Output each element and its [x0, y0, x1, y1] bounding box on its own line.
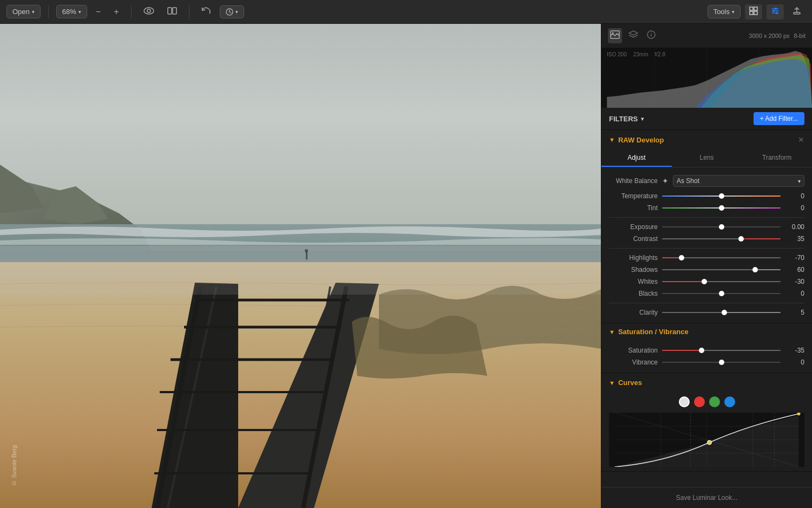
blacks-slider[interactable]	[662, 293, 781, 294]
vibrance-slider[interactable]	[662, 362, 781, 363]
compare-button[interactable]	[163, 5, 181, 19]
exposure-slider-wrap	[662, 223, 781, 231]
undo-button[interactable]	[197, 4, 215, 19]
layers-button[interactable]	[626, 28, 640, 43]
open-button[interactable]: Open ▾	[6, 5, 41, 18]
shadows-slider[interactable]	[662, 269, 781, 270]
iso-label: ISO 200	[607, 51, 627, 57]
svg-rect-7	[750, 11, 753, 15]
shadows-slider-wrap	[662, 266, 781, 273]
curves-section: ▼ Curves	[601, 373, 812, 472]
panel-top-bar: 3000 x 2000 px 8-bit	[601, 24, 812, 48]
wb-picker-icon[interactable]: ✦	[662, 177, 669, 185]
grid-view-button[interactable]	[745, 4, 762, 19]
save-luminar-look-button[interactable]: Save Luminar Look...	[609, 492, 804, 504]
sat-vib-title: Saturation / Vibrance	[618, 328, 689, 336]
tint-slider[interactable]	[662, 207, 781, 209]
temperature-slider-wrap	[662, 192, 781, 200]
saturation-vibrance-section: ▼ Saturation / Vibrance Saturation -35 V	[601, 323, 812, 373]
vibrance-slider-wrap	[662, 359, 781, 366]
svg-rect-5	[750, 7, 753, 10]
raw-develop-header[interactable]: ▼ RAW Develop ✕	[601, 130, 812, 149]
preview-eye-button[interactable]	[139, 5, 159, 19]
saturation-vibrance-header[interactable]: ▼ Saturation / Vibrance	[601, 323, 812, 340]
whites-slider-wrap	[662, 278, 781, 285]
image-view-button[interactable]	[608, 28, 622, 43]
tab-lens[interactable]: Lens	[672, 149, 742, 167]
clarity-slider[interactable]	[662, 312, 781, 313]
svg-point-59	[708, 440, 712, 445]
history-dropdown: ▾	[235, 9, 238, 15]
raw-develop-title: RAW Develop	[618, 136, 664, 144]
divider-2	[131, 5, 132, 18]
curve-blue-channel[interactable]	[724, 396, 735, 407]
highlights-slider[interactable]	[662, 257, 781, 258]
whites-slider[interactable]	[662, 281, 781, 282]
clarity-slider-wrap	[662, 309, 781, 316]
raw-develop-close-button[interactable]: ✕	[798, 135, 804, 144]
layers-icon	[628, 30, 638, 39]
add-filter-button[interactable]: + Add Filter...	[754, 112, 804, 125]
history-button[interactable]: ▾	[220, 5, 244, 18]
main-area: © Svante Berg	[0, 24, 812, 508]
temperature-slider[interactable]	[662, 196, 781, 197]
curve-green-channel[interactable]	[709, 396, 720, 407]
curves-graph[interactable]	[609, 413, 804, 467]
highlights-slider-wrap	[662, 254, 781, 262]
watermark: © Svante Berg	[11, 445, 17, 486]
blacks-row: Blacks 0	[609, 288, 804, 299]
panel-scroll[interactable]: ▼ RAW Develop ✕ Adjust Lens Transform Wh…	[601, 130, 812, 487]
curves-controls	[601, 392, 812, 471]
curves-header[interactable]: ▼ Curves	[601, 373, 812, 392]
curve-red-channel[interactable]	[694, 396, 705, 407]
contrast-slider[interactable]	[662, 238, 781, 239]
raw-develop-section: ▼ RAW Develop ✕ Adjust Lens Transform Wh…	[601, 130, 812, 323]
saturation-slider-wrap	[662, 347, 781, 354]
shadows-value: 60	[785, 266, 804, 273]
compare-icon	[167, 7, 177, 15]
curves-channels	[609, 396, 804, 407]
exposure-slider[interactable]	[662, 226, 781, 227]
wb-select-dropdown[interactable]: As Shot ▾	[673, 175, 804, 187]
tab-adjust[interactable]: Adjust	[601, 149, 672, 167]
highlights-value: -70	[785, 254, 804, 262]
open-label: Open	[12, 8, 30, 16]
svg-point-0	[144, 8, 154, 14]
contrast-label: Contrast	[609, 235, 658, 243]
svg-rect-6	[754, 7, 757, 10]
svg-point-1	[147, 9, 150, 12]
svg-rect-2	[168, 8, 172, 14]
clarity-label: Clarity	[609, 309, 658, 316]
divider-1	[48, 5, 49, 18]
highlights-label: Highlights	[609, 254, 658, 262]
whites-value: -30	[785, 278, 804, 285]
blacks-slider-wrap	[662, 290, 781, 297]
raw-develop-chevron: ▼	[609, 136, 615, 143]
zoom-selector[interactable]: 68% ▾	[56, 5, 87, 18]
tools-button[interactable]: Tools ▾	[708, 5, 741, 18]
curves-chevron: ▼	[609, 380, 615, 386]
zoom-dropdown-arrow: ▾	[78, 9, 81, 15]
svg-point-12	[775, 8, 777, 10]
tab-transform[interactable]: Transform	[742, 149, 812, 167]
tools-dropdown: ▾	[732, 9, 735, 15]
info-button[interactable]	[645, 28, 658, 43]
zoom-in-button[interactable]: +	[109, 5, 123, 19]
contrast-slider-wrap	[662, 235, 781, 243]
saturation-slider[interactable]	[662, 350, 781, 351]
svg-rect-3	[173, 8, 176, 14]
divider-3	[189, 5, 189, 18]
tools-label: Tools	[713, 8, 730, 16]
svg-rect-38	[0, 24, 601, 295]
filters-header: FILTERS ▾ + Add Filter...	[601, 108, 812, 130]
sliders-icon	[771, 6, 780, 15]
saturation-row: Saturation -35	[609, 344, 804, 356]
zoom-out-button[interactable]: −	[91, 5, 105, 19]
curve-white-channel[interactable]	[679, 396, 690, 407]
exposure-value: 0.00	[785, 223, 804, 231]
sliders-view-button[interactable]	[767, 4, 784, 19]
highlights-row: Highlights -70	[609, 252, 804, 264]
svg-point-40	[612, 32, 614, 34]
export-button[interactable]	[788, 4, 806, 19]
tint-label: Tint	[609, 204, 658, 212]
